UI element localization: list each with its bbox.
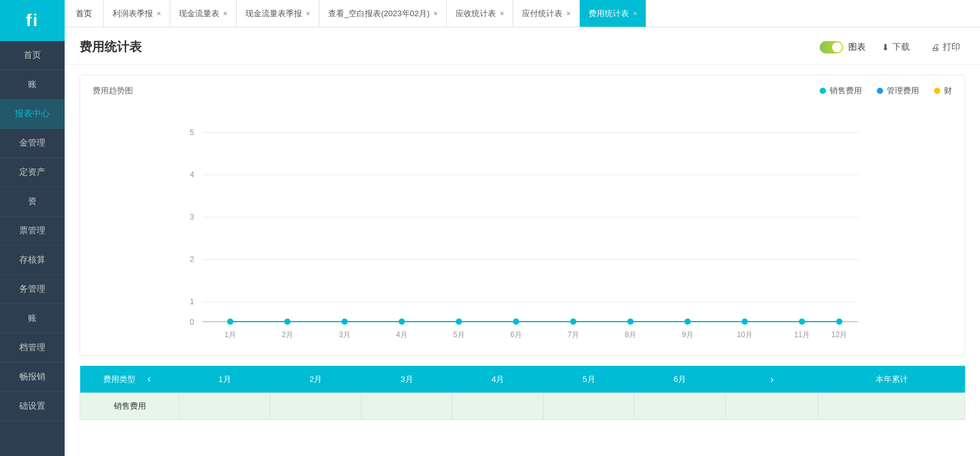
svg-point-16 [399,319,405,325]
svg-point-14 [285,319,291,325]
sidebar-item-tickets[interactable]: 票管理 [0,216,65,246]
sidebar-item-account[interactable]: 账 [0,70,65,100]
svg-text:2月: 2月 [282,330,293,339]
svg-text:8月: 8月 [625,330,636,339]
svg-text:10月: 10月 [737,330,753,339]
row-sales-m1 [180,393,270,420]
row-sales-m4 [452,393,543,420]
svg-point-18 [513,319,520,325]
tab-close-payable[interactable]: × [566,9,570,18]
download-button[interactable]: ⬇ 下载 [877,39,915,55]
tab-close-cashflow[interactable]: × [223,9,227,18]
legend-label-admin: 管理费用 [887,85,919,96]
svg-point-19 [570,319,577,325]
chart-legend: 销售费用 管理费用 财 [820,85,952,96]
sidebar-item-expense[interactable]: 畅报销 [0,363,65,392]
sidebar-item-finance[interactable]: 金管理 [0,129,65,158]
page-header: 费用统计表 图表 ⬇ 下载 🖨 打印 [65,27,980,65]
tab-close-cashflow-quarterly[interactable]: × [306,9,310,18]
svg-text:4月: 4月 [396,330,408,339]
sidebar-item-inventory[interactable]: 存核算 [0,246,65,275]
col-ytd: 本年累计 [818,366,965,393]
row-sales-m6 [634,393,725,420]
svg-point-22 [742,319,748,325]
tab-receivable[interactable]: 应收统计表 × [447,0,513,27]
tab-close-expense-stats[interactable]: × [633,9,637,18]
sidebar-item-archives[interactable]: 档管理 [0,333,65,363]
sidebar-item-reports[interactable]: 报表中心 [0,100,65,129]
svg-text:5月: 5月 [453,330,465,339]
svg-text:12月: 12月 [831,330,847,339]
tab-expense-stats[interactable]: 费用统计表 × [580,0,646,27]
svg-point-23 [799,319,805,325]
download-icon: ⬇ [882,42,889,52]
chart-toggle[interactable] [820,41,843,54]
legend-dot-admin [877,88,883,94]
svg-text:1: 1 [190,297,194,306]
row-sales-nav [725,393,818,420]
sidebar-item-capital[interactable]: 资 [0,187,65,216]
print-button[interactable]: 🖨 打印 [926,39,965,55]
chart-toggle-wrap: 图表 [820,41,866,54]
svg-point-17 [456,319,462,325]
prev-month-button[interactable]: ‹ [142,373,155,384]
col-month-6: 6月 [634,366,725,393]
svg-point-24 [836,319,843,325]
tab-close-receivable[interactable]: × [500,9,504,18]
print-icon: 🖨 [931,42,940,52]
tab-close-blank-report[interactable]: × [433,9,437,18]
table-header-row: 费用类型 ‹ 1月 2月 3月 4月 5月 6月 › 本年累计 [80,366,965,393]
svg-text:2: 2 [190,254,194,264]
tab-home[interactable]: 首页 [65,0,104,27]
svg-text:0: 0 [190,317,194,327]
row-sales-m5 [543,393,634,420]
sidebar-item-service[interactable]: 务管理 [0,275,65,304]
svg-text:11月: 11月 [794,330,810,339]
sidebar: fi 首页 账 报表中心 金管理 定资产 资 票管理 存核算 务管理 账 档管理… [0,0,65,456]
col-month-3: 3月 [361,366,452,393]
sidebar-item-ledger[interactable]: 账 [0,304,65,333]
tab-cashflow[interactable]: 现金流量表 × [170,0,237,27]
line-chart: 5 4 3 2 1 0 [93,104,952,340]
svg-point-21 [685,319,691,325]
legend-dot-sales [820,88,826,94]
row-sales-m2 [270,393,361,420]
svg-text:3: 3 [190,212,194,221]
svg-text:5: 5 [190,128,194,137]
tab-close-profit[interactable]: × [157,9,161,18]
legend-label-sales: 销售费用 [830,85,862,96]
tab-blank-report[interactable]: 查看_空白报表(2023年02月) × [319,0,447,27]
col-month-5: 5月 [543,366,634,393]
sidebar-item-settings[interactable]: 础设置 [0,392,65,421]
page-content: 费用统计表 图表 ⬇ 下载 🖨 打印 费用趋势图 [65,27,980,456]
col-month-4: 4月 [452,366,543,393]
tab-payable[interactable]: 应付统计表 × [513,0,580,27]
chart-container: 费用趋势图 销售费用 管理费用 财 [80,75,965,356]
col-expense-type: 费用类型 ‹ [80,366,180,393]
download-label: 下载 [892,42,910,53]
main-content: 首页 利润表季报 × 现金流量表 × 现金流量表季报 × 查看_空白报表(202… [65,0,980,456]
chart-title: 费用趋势图 [93,85,133,96]
row-sales-ytd [818,393,965,420]
tab-bar: 首页 利润表季报 × 现金流量表 × 现金流量表季报 × 查看_空白报表(202… [65,0,980,27]
row-sales-m3 [361,393,452,420]
svg-point-20 [628,319,634,325]
expense-table: 费用类型 ‹ 1月 2月 3月 4月 5月 6月 › 本年累计 [80,366,965,420]
page-actions: 图表 ⬇ 下载 🖨 打印 [820,39,965,55]
svg-text:3月: 3月 [339,330,350,339]
legend-dot-finance [934,88,940,94]
tab-cashflow-quarterly[interactable]: 现金流量表季报 × [237,0,319,27]
sidebar-logo: fi [0,0,65,41]
sidebar-item-assets[interactable]: 定资产 [0,158,65,187]
row-label-sales: 销售费用 [80,393,180,420]
legend-finance: 财 [934,85,952,96]
legend-admin: 管理费用 [877,85,919,96]
col-month-2: 2月 [270,366,361,393]
svg-text:4: 4 [190,170,194,179]
tab-profit[interactable]: 利润表季报 × [104,0,170,27]
data-table-container: 费用类型 ‹ 1月 2月 3月 4月 5月 6月 › 本年累计 [80,366,965,420]
col-next-arrow[interactable]: › [725,366,818,393]
next-month-button[interactable]: › [765,374,778,384]
sidebar-item-home[interactable]: 首页 [0,41,65,70]
legend-label-finance: 财 [944,85,952,96]
